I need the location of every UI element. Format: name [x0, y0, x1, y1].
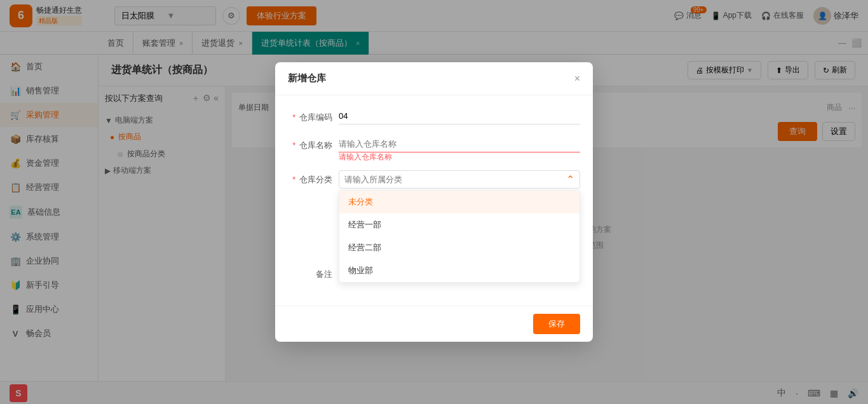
category-toggle-icon[interactable]: ⌃	[566, 173, 574, 185]
form-row-code: * 仓库编码	[288, 108, 580, 125]
modal-footer: 保存	[275, 306, 593, 342]
dropdown-item-2[interactable]: 经营二部	[339, 236, 580, 259]
code-input[interactable]	[339, 108, 580, 125]
category-label: * 仓库分类	[288, 170, 339, 185]
modal-title: 新增仓库	[288, 72, 326, 84]
code-required-star: *	[292, 112, 295, 122]
dropdown-item-3[interactable]: 物业部	[339, 259, 580, 282]
dropdown-item-0[interactable]: 未分类	[339, 191, 580, 213]
new-warehouse-modal: 新增仓库 × * 仓库编码 * 仓库名称 请输入仓库名称	[275, 62, 593, 342]
name-label: * 仓库名称	[288, 136, 339, 151]
modal-body: * 仓库编码 * 仓库名称 请输入仓库名称 * 仓库分类	[275, 95, 593, 306]
code-label: * 仓库编码	[288, 108, 339, 123]
note-label: 备注	[288, 265, 339, 280]
modal-close-button[interactable]: ×	[574, 73, 580, 84]
name-input-wrap: 请输入仓库名称	[339, 136, 580, 152]
category-input[interactable]	[344, 175, 566, 184]
category-select-wrap[interactable]: ⌃	[339, 170, 580, 189]
name-error-msg: 请输入仓库名称	[339, 152, 392, 163]
name-input[interactable]	[339, 136, 580, 152]
category-select-container: ⌃ 未分类 经营一部 经营二部 物业部	[339, 170, 580, 189]
form-row-name: * 仓库名称 请输入仓库名称	[288, 136, 580, 152]
modal-header: 新增仓库 ×	[275, 62, 593, 95]
code-input-wrap	[339, 108, 580, 125]
name-required-star: *	[292, 140, 295, 150]
dropdown-item-1[interactable]: 经营一部	[339, 213, 580, 236]
form-row-category: * 仓库分类 ⌃ 未分类 经营一部 经营二部 物业部	[288, 170, 580, 189]
save-button[interactable]: 保存	[533, 314, 580, 334]
category-dropdown: 未分类 经营一部 经营二部 物业部	[339, 190, 580, 283]
category-required-star: *	[292, 175, 295, 184]
